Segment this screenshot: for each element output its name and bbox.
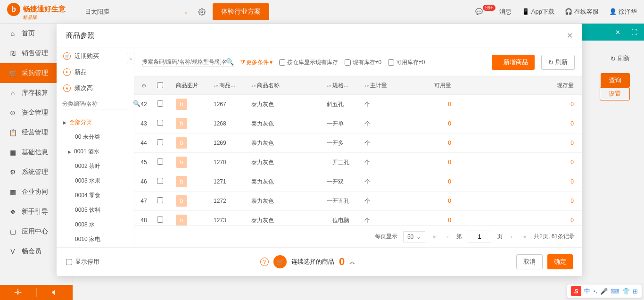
chevron-down-icon: ⌄ <box>416 233 421 240</box>
col-name[interactable]: ▴▾商品名称 <box>248 77 323 95</box>
category-item[interactable]: ▶0001 酒水 <box>57 144 134 159</box>
table-row[interactable]: 43 b 1268 泰力灰色 一开单 个 0 0 <box>134 114 582 133</box>
checkbox-available-nonzero[interactable]: 可用库存≠0 <box>388 58 425 67</box>
filter-frequent[interactable]: ★ 频次高 <box>57 80 134 96</box>
category-label: 0010 家电 <box>75 235 100 243</box>
category-all[interactable]: ▶ 全部分类 <box>57 115 134 130</box>
col-code[interactable]: ▴▾商品... <box>210 77 248 95</box>
table-row[interactable]: 45 b 1270 泰力灰色 一开三孔 个 0 0 <box>134 153 582 172</box>
row-code: 1268 <box>210 114 248 133</box>
table-row[interactable]: 48 b 1273 泰力灰色 一位电脑 个 0 0 <box>134 211 582 226</box>
modal-close-icon[interactable]: ✕ <box>567 31 573 40</box>
row-checkbox[interactable] <box>157 197 163 203</box>
checkbox-input[interactable] <box>388 59 394 66</box>
category-item[interactable]: 00 未分类 <box>57 130 134 144</box>
row-spec: 一开多 <box>323 133 361 153</box>
table-row[interactable]: 47 b 1272 泰力灰色 一开五孔 个 0 0 <box>134 192 582 211</box>
category-item[interactable]: 0002 茶叶 <box>57 159 134 174</box>
next-page-button[interactable]: › <box>508 233 514 241</box>
row-checkbox[interactable] <box>157 100 163 107</box>
row-spec: 一开单 <box>323 114 361 133</box>
row-checkbox[interactable] <box>157 178 163 184</box>
row-unit: 个 <box>361 133 398 153</box>
table-row[interactable]: 42 b 1267 泰力灰色 斜五孔 个 0 0 <box>134 95 582 114</box>
row-checkbox[interactable] <box>157 217 163 223</box>
filter-new[interactable]: ✦ 新品 <box>57 64 134 80</box>
row-code: 1269 <box>210 133 248 153</box>
more-filter-button[interactable]: ⧩ 更多条件 ▾ <box>240 58 272 67</box>
row-name: 泰力灰色 <box>248 192 323 211</box>
confirm-button[interactable]: 确定 <box>547 254 573 269</box>
first-page-button[interactable]: ⇤ <box>431 233 439 241</box>
checkbox-onhand-nonzero[interactable]: 现有库存≠0 <box>345 58 381 67</box>
expand-up-icon[interactable]: ︽ <box>349 258 355 266</box>
modal-footer: 显示停用 ? 🛒 连续选择的商品 0 ︽ 取消 确定 <box>57 247 582 276</box>
product-search: 🔍 <box>142 58 234 67</box>
row-checkbox[interactable] <box>157 139 163 145</box>
checkbox-by-warehouse[interactable]: 按仓库显示现有库存 <box>279 58 338 67</box>
ime-toolbox-icon[interactable]: ⊞ <box>633 288 638 295</box>
category-item[interactable]: 0008 水 <box>57 217 134 232</box>
product-image-icon: b <box>176 118 187 129</box>
ime-punct-icon[interactable]: •، <box>593 288 597 295</box>
table-row[interactable]: 46 b 1271 泰力灰色 一开双 个 0 0 <box>134 172 582 192</box>
col-available[interactable]: 可用量 <box>398 77 460 95</box>
ime-mode[interactable]: 中 <box>584 287 590 295</box>
row-checkbox-cell <box>153 114 172 133</box>
checkbox-input[interactable] <box>66 259 72 265</box>
last-page-button[interactable]: ⇥ <box>520 233 528 241</box>
row-onhand: 0 <box>460 192 582 211</box>
cart-icon: 🛒 <box>63 52 71 60</box>
help-icon[interactable]: ? <box>260 258 269 266</box>
col-unit[interactable]: ▴▾主计量 <box>361 77 398 95</box>
row-checkbox[interactable] <box>157 120 163 126</box>
row-index: 43 <box>134 114 153 133</box>
row-available: 0 <box>398 153 460 172</box>
category-search-input[interactable] <box>62 100 133 107</box>
ime-mic-icon[interactable]: 🎤 <box>600 288 608 295</box>
ime-skin-icon[interactable]: 👕 <box>622 288 630 295</box>
col-spec[interactable]: ▴▾规格... <box>323 77 361 95</box>
row-spec: 一开双 <box>323 172 361 192</box>
refresh-button[interactable]: ↻ 刷新 <box>541 55 575 70</box>
sort-icon: ▴▾ <box>214 85 218 87</box>
ime-keyboard-icon[interactable]: ⌨ <box>611 288 619 295</box>
product-table-wrap[interactable]: ⚙ 商品图片 ▴▾商品... ▴▾商品名称 ▴▾规格... ▴▾主计量 可用量 … <box>134 77 582 225</box>
search-icon[interactable]: 🔍 <box>226 58 234 66</box>
collapse-handle[interactable]: « <box>127 53 134 64</box>
row-onhand: 0 <box>460 133 582 153</box>
prev-page-button[interactable]: ‹ <box>445 233 451 241</box>
select-all-checkbox[interactable] <box>157 82 163 88</box>
checkbox-input[interactable] <box>345 59 351 66</box>
page-input[interactable] <box>468 231 491 242</box>
category-item[interactable]: 0003 水果 <box>57 174 134 188</box>
row-name: 泰力灰色 <box>248 133 323 153</box>
per-page-select[interactable]: 50 ⌄ <box>403 231 425 242</box>
show-disabled-checkbox[interactable]: 显示停用 <box>66 258 99 266</box>
row-spec: 斜五孔 <box>323 95 361 114</box>
category-label: 0002 茶叶 <box>75 162 100 170</box>
row-checkbox-cell <box>153 172 172 192</box>
col-settings[interactable]: ⚙ <box>134 77 153 95</box>
row-unit: 个 <box>361 211 398 226</box>
table-row[interactable]: 44 b 1269 泰力灰色 一开多 个 0 0 <box>134 133 582 153</box>
product-reference-modal: 商品参照 ✕ « 🛒 近期购买 ✦ 新品 ★ 频次高 🔍 ▶ <box>57 24 582 276</box>
per-page-label: 每页显示 <box>375 233 397 241</box>
category-item[interactable]: 0004 零食 <box>57 188 134 203</box>
product-search-input[interactable] <box>142 58 226 65</box>
row-spec: 一开三孔 <box>323 153 361 172</box>
sparkle-icon: ✦ <box>63 68 71 76</box>
filter-recent[interactable]: 🛒 近期购买 <box>57 48 134 64</box>
category-label: 00 未分类 <box>75 133 100 141</box>
star-icon: ★ <box>63 84 71 92</box>
cancel-button[interactable]: 取消 <box>516 254 543 269</box>
checkbox-input[interactable] <box>279 59 285 66</box>
col-onhand[interactable]: 现存量 <box>460 77 582 95</box>
ime-logo-icon[interactable]: S <box>571 286 581 296</box>
row-checkbox[interactable] <box>157 158 163 165</box>
search-icon[interactable]: 🔍 <box>133 100 140 107</box>
category-item[interactable]: 0010 家电 <box>57 232 134 247</box>
row-index: 46 <box>134 172 153 192</box>
category-item[interactable]: 0005 饮料 <box>57 203 134 217</box>
add-product-button[interactable]: + 新增商品 <box>492 55 535 70</box>
